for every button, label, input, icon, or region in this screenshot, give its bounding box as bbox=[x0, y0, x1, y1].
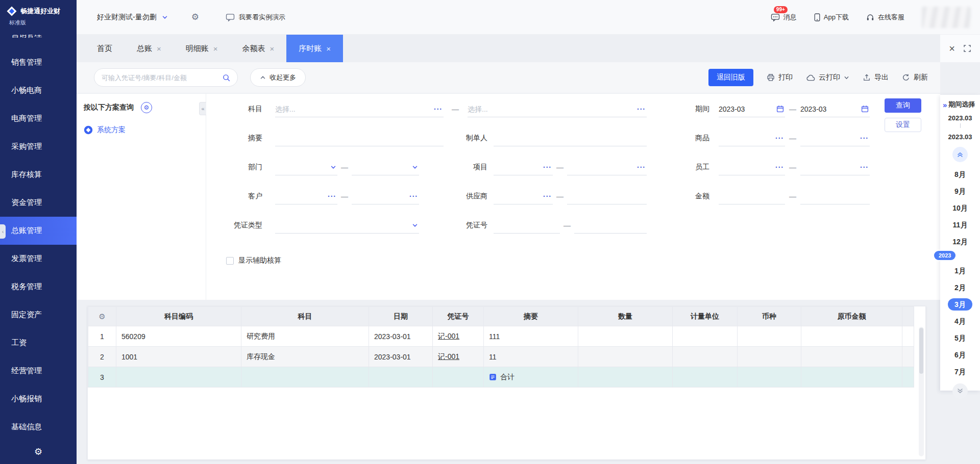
more-icon[interactable]: ··· bbox=[543, 164, 552, 171]
subject-from-field[interactable]: ··· bbox=[275, 101, 444, 117]
sidebar-item-business-management[interactable]: 经营管理 bbox=[0, 357, 77, 385]
tab-general-ledger[interactable]: 总账× bbox=[125, 35, 174, 62]
more-icon[interactable]: ··· bbox=[434, 106, 443, 113]
month-item[interactable]: 2月 bbox=[940, 279, 980, 296]
maker-field[interactable] bbox=[494, 130, 647, 146]
sidebar-item-funds[interactable]: 资金管理 bbox=[0, 189, 77, 217]
back-to-old-version-button[interactable]: 退回旧版 bbox=[708, 69, 753, 86]
month-item[interactable]: 4月 bbox=[940, 313, 980, 330]
search-box[interactable] bbox=[94, 68, 238, 87]
more-icon[interactable]: ··· bbox=[328, 193, 336, 200]
sidebar-item-payroll[interactable]: 工资 bbox=[0, 329, 77, 357]
calendar-icon[interactable] bbox=[861, 105, 869, 113]
tab-balance-sheet[interactable]: 余额表× bbox=[230, 35, 287, 62]
goods-from-field[interactable]: ··· bbox=[719, 130, 785, 146]
month-item[interactable]: 11月 bbox=[940, 217, 980, 234]
department-from-input[interactable] bbox=[275, 163, 327, 171]
subject-to-input[interactable] bbox=[468, 105, 634, 113]
sidebar-item-marketing[interactable]: 营销管理 bbox=[0, 35, 77, 48]
demo-link[interactable]: 我要看实例演示 bbox=[226, 13, 285, 22]
sidebar-item-invoice[interactable]: 发票管理 bbox=[0, 245, 77, 273]
supplier-to-input[interactable] bbox=[567, 192, 646, 200]
col-header-subject[interactable]: 科目 bbox=[241, 307, 369, 326]
voucher-no-to-field[interactable] bbox=[574, 217, 647, 234]
messages-button[interactable]: 99+ 消息 bbox=[771, 13, 797, 22]
supplier-from-field[interactable]: ··· bbox=[494, 188, 553, 204]
project-to-field[interactable]: ··· bbox=[567, 159, 647, 175]
sidebar-item-basic-info[interactable]: 基础信息 bbox=[0, 413, 77, 440]
goods-to-input[interactable] bbox=[800, 134, 857, 142]
employee-to-field[interactable]: ··· bbox=[800, 159, 870, 175]
sidebar-item-xiaochang-expense[interactable]: 小畅报销 bbox=[0, 385, 77, 413]
col-header-voucher[interactable]: 凭证号 bbox=[433, 307, 484, 326]
month-item[interactable]: 5月 bbox=[940, 330, 980, 347]
col-header-unit[interactable]: 计量单位 bbox=[673, 307, 738, 326]
collapse-more-button[interactable]: 收起更多 bbox=[250, 68, 306, 87]
more-icon[interactable]: ··· bbox=[637, 164, 646, 171]
more-icon[interactable]: ··· bbox=[775, 135, 784, 142]
employee-from-input[interactable] bbox=[719, 163, 772, 171]
customer-to-input[interactable] bbox=[352, 192, 406, 200]
tab-close-icon[interactable]: × bbox=[326, 45, 331, 53]
customer-from-input[interactable] bbox=[275, 192, 325, 200]
scroll-months-down-button[interactable] bbox=[952, 383, 968, 399]
sidebar-item-ecommerce[interactable]: 电商管理 bbox=[0, 105, 77, 133]
voucher-no-to-input[interactable] bbox=[574, 221, 646, 229]
tab-detail-ledger[interactable]: 明细账× bbox=[174, 35, 230, 62]
scrollbar-thumb[interactable] bbox=[919, 328, 923, 374]
query-button[interactable]: 查询 bbox=[885, 98, 921, 113]
voucher-type-select[interactable] bbox=[275, 217, 419, 234]
voucher-link[interactable]: 记-001 bbox=[438, 352, 459, 360]
voucher-no-from-input[interactable] bbox=[494, 221, 559, 229]
table-row[interactable]: 2 1001 库存现金 2023-03-01 记-001 11 bbox=[88, 347, 914, 367]
goods-from-input[interactable] bbox=[719, 134, 772, 142]
customer-from-field[interactable]: ··· bbox=[275, 188, 337, 204]
table-row[interactable]: 1 560209 研究费用 2023-03-01 记-001 111 bbox=[88, 326, 914, 347]
chevron-down-icon[interactable] bbox=[844, 75, 849, 81]
tab-home[interactable]: 首页 bbox=[85, 35, 125, 62]
month-item[interactable]: 6月 bbox=[940, 347, 980, 364]
month-item[interactable]: 12月 bbox=[940, 234, 980, 250]
period-to-field[interactable] bbox=[800, 101, 870, 117]
panel-expand-icon[interactable]: » bbox=[943, 101, 947, 109]
department-to-select[interactable] bbox=[352, 159, 419, 175]
goods-to-field[interactable]: ··· bbox=[800, 130, 870, 146]
customer-to-field[interactable]: ··· bbox=[352, 188, 419, 204]
month-item[interactable]: 1月 bbox=[940, 263, 980, 279]
department-to-input[interactable] bbox=[352, 163, 409, 171]
sidebar-item-inventory-accounting[interactable]: 库存核算 bbox=[0, 161, 77, 189]
department-from-select[interactable] bbox=[275, 159, 337, 175]
table-scrollbar[interactable] bbox=[919, 327, 924, 456]
calendar-icon[interactable] bbox=[776, 105, 784, 113]
voucher-link[interactable]: 记-001 bbox=[438, 332, 459, 340]
column-settings-gear-icon[interactable]: ⚙ bbox=[99, 312, 105, 321]
month-item[interactable]: 8月 bbox=[940, 166, 980, 183]
sidebar-collapse-handle[interactable]: ‹ bbox=[0, 224, 6, 239]
period-from-field[interactable] bbox=[719, 101, 785, 117]
project-from-input[interactable] bbox=[494, 163, 540, 171]
voucher-type-input[interactable] bbox=[275, 221, 409, 229]
amount-to-field[interactable] bbox=[800, 188, 870, 204]
employee-from-field[interactable]: ··· bbox=[719, 159, 785, 175]
amount-from-input[interactable] bbox=[719, 192, 784, 200]
app-download-button[interactable]: App下载 bbox=[814, 13, 849, 22]
search-input[interactable] bbox=[102, 74, 218, 82]
col-header-currency[interactable]: 币种 bbox=[738, 307, 801, 326]
chevron-down-icon[interactable] bbox=[330, 164, 336, 170]
sidebar-item-tax[interactable]: 税务管理 bbox=[0, 273, 77, 301]
search-icon[interactable] bbox=[223, 74, 230, 82]
topbar-gear-icon[interactable]: ⚙ bbox=[191, 13, 199, 21]
chevron-down-icon[interactable] bbox=[162, 14, 168, 20]
sidebar-item-fixed-assets[interactable]: 固定资产 bbox=[0, 301, 77, 329]
amount-from-field[interactable] bbox=[719, 188, 785, 204]
month-item-active[interactable]: 3月 bbox=[940, 296, 980, 313]
period-from-input[interactable] bbox=[719, 105, 773, 113]
scroll-months-up-button[interactable] bbox=[952, 147, 968, 162]
maker-input[interactable] bbox=[494, 134, 646, 142]
month-item[interactable]: 7月 bbox=[940, 364, 980, 380]
sidebar-settings-gear-icon[interactable]: ⚙ bbox=[0, 440, 77, 464]
supplier-from-input[interactable] bbox=[494, 192, 540, 200]
sidebar-item-xiaochang-estore[interactable]: 小畅电商 bbox=[0, 76, 77, 105]
project-from-field[interactable]: ··· bbox=[494, 159, 553, 175]
more-icon[interactable]: ··· bbox=[860, 164, 869, 171]
